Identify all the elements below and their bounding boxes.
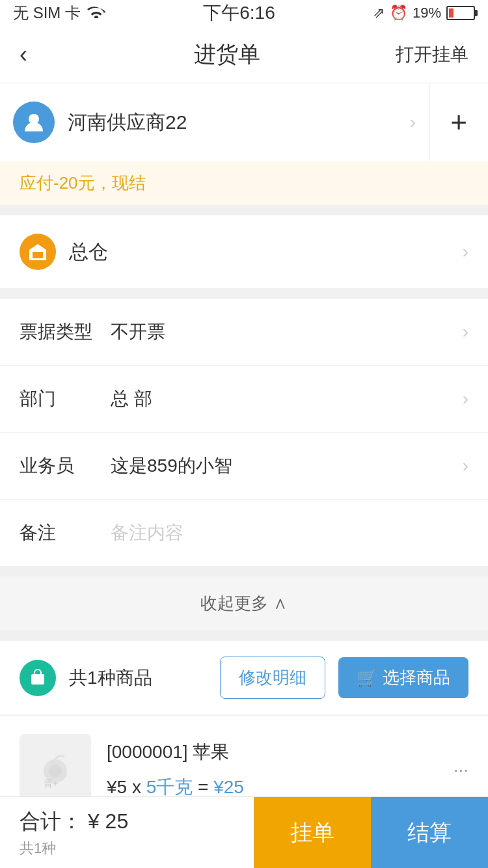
carrier-text: 无 SIM 卡: [13, 3, 81, 23]
status-time: 下午6:16: [203, 1, 275, 25]
staff-chevron: ›: [463, 455, 468, 476]
svg-point-3: [49, 765, 62, 778]
product-code: [0000001]: [107, 742, 188, 762]
product-count-text: 共1种商品: [69, 666, 207, 690]
collapse-label: 收起更多 ∧: [200, 592, 287, 615]
warehouse-icon: [20, 234, 56, 270]
edit-detail-button[interactable]: 修改明细: [220, 657, 325, 699]
product-count-icon: [20, 660, 56, 696]
svg-text:晋+: 晋+: [44, 778, 58, 789]
remark-input[interactable]: 备注内容: [111, 521, 468, 545]
main-content: 河南供应商22 › + 应付-20元，现结 总仓 › 票据类型 不开票 › 部门…: [0, 83, 488, 868]
battery-icon: [446, 6, 475, 20]
status-bar: 无 SIM 卡 下午6:16 ⇗ ⏰ 19%: [0, 0, 488, 26]
staff-row[interactable]: 业务员 这是859的小智 ›: [0, 433, 488, 500]
warehouse-row[interactable]: 总仓 ›: [0, 215, 488, 288]
staff-label: 业务员: [20, 454, 98, 478]
product-header: 共1种商品 修改明细 🛒 选择商品: [0, 641, 488, 714]
total-section: 合计： ¥ 25 共1种: [0, 797, 254, 868]
product-thumbnail: 晋+: [20, 734, 91, 806]
checkout-button[interactable]: 结算: [371, 797, 488, 868]
svg-rect-1: [31, 674, 44, 685]
product-title: 苹果: [193, 742, 229, 762]
equals-sign: =: [198, 777, 213, 797]
bottom-bar: 合计： ¥ 25 共1种 挂单 结算: [0, 796, 488, 868]
invoice-row[interactable]: 票据类型 不开票 ›: [0, 299, 488, 366]
supplier-row[interactable]: 河南供应商22 ›: [0, 83, 429, 161]
select-product-label: 选择商品: [383, 666, 450, 689]
supplier-chevron: ›: [410, 112, 416, 133]
product-name: [0000001] 苹果: [107, 740, 438, 765]
total-value: ¥ 25: [88, 809, 128, 833]
product-info: [0000001] 苹果 ¥5 x 5千克 = ¥25: [107, 740, 438, 800]
collapse-row[interactable]: 收起更多 ∧: [0, 576, 488, 631]
supplier-avatar: [13, 102, 55, 143]
price-value: ¥5: [107, 777, 127, 797]
location-icon: ⇗: [373, 5, 385, 21]
notice-bar: 应付-20元，现结: [0, 161, 488, 205]
dept-label: 部门: [20, 387, 98, 411]
back-button[interactable]: ‹: [20, 41, 59, 68]
product-more-button[interactable]: ···: [454, 759, 468, 780]
warehouse-chevron: ›: [463, 241, 468, 262]
add-supplier-button[interactable]: +: [429, 83, 488, 161]
form-section: 票据类型 不开票 › 部门 总 部 › 业务员 这是859的小智 › 备注 备注…: [0, 299, 488, 566]
total-amount: 合计： ¥ 25: [20, 807, 234, 836]
notice-text: 应付-20元，现结: [20, 173, 146, 193]
warehouse-section: 总仓 ›: [0, 215, 488, 288]
status-right: ⇗ ⏰ 19%: [373, 5, 475, 21]
remark-label: 备注: [20, 521, 98, 545]
alarm-icon: ⏰: [390, 5, 407, 21]
remark-row[interactable]: 备注 备注内容: [0, 500, 488, 566]
pending-button[interactable]: 挂单: [254, 797, 371, 868]
cart-icon: 🛒: [357, 668, 377, 688]
price-multiply: x: [132, 777, 146, 797]
supplier-section: 河南供应商22 › +: [0, 83, 488, 161]
dept-value: 总 部: [111, 387, 456, 411]
total-price: ¥25: [213, 777, 244, 797]
invoice-chevron: ›: [463, 321, 468, 342]
quantity-value: 5千克: [146, 777, 193, 797]
nav-bar: ‹ 进货单 打开挂单: [0, 26, 488, 83]
staff-value: 这是859的小智: [111, 454, 456, 478]
total-label: 合计：: [20, 809, 82, 833]
dept-chevron: ›: [463, 388, 468, 409]
invoice-value: 不开票: [111, 319, 456, 344]
select-product-button[interactable]: 🛒 选择商品: [338, 657, 468, 698]
supplier-name: 河南供应商22: [68, 109, 403, 136]
battery-fill: [449, 8, 454, 18]
battery-percent: 19%: [413, 5, 441, 21]
invoice-label: 票据类型: [20, 319, 98, 344]
dept-row[interactable]: 部门 总 部 ›: [0, 366, 488, 433]
total-count: 共1种: [20, 839, 234, 858]
open-pending-button[interactable]: 打开挂单: [396, 42, 468, 67]
warehouse-name: 总仓: [69, 239, 456, 265]
status-left: 无 SIM 卡: [13, 3, 105, 23]
page-title: 进货单: [194, 40, 260, 70]
wifi-icon: [87, 4, 105, 22]
